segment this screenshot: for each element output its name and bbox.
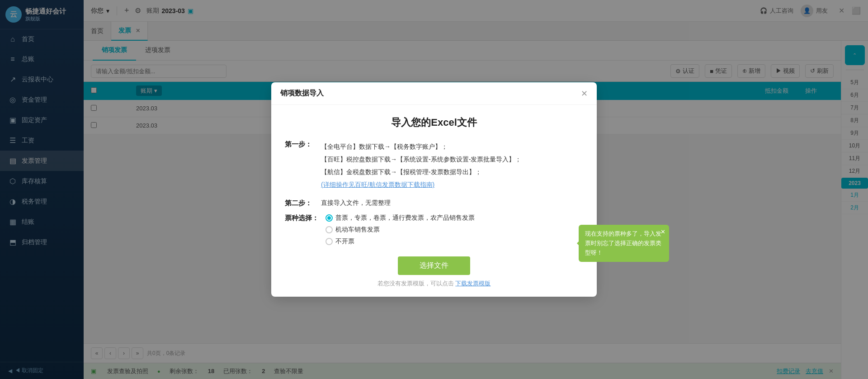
ticket-option-normal[interactable]: 普票，专票，卷票，通行费发票，农产品销售发票 [326,214,475,222]
step1-content: 【全电平台】数据下载→【税务数字账户】； 【百旺】税控盘数据下载→【系统设置-系… [321,140,521,191]
modal-overlay[interactable]: 销项数据导入 ✕ 导入您的Excel文件 第一步： 【全电平台】数据下载→【税务… [0,0,868,379]
ticket-options: 普票，专票，卷票，通行费发票，农产品销售发票 机动车销售发票 不开票 [326,214,475,246]
modal-step1: 第一步： 【全电平台】数据下载→【税务数字账户】； 【百旺】税控盘数据下载→【系… [285,140,583,191]
ticket-car-label: 机动车销售发票 [335,226,380,234]
step1-link[interactable]: (详细操作见百旺/航信发票数据下载指南) [321,178,521,191]
modal-close-button[interactable]: ✕ [581,90,588,98]
tooltip-bubble: ✕ 现在支持的票种多了，导入发票时别忘了选择正确的发票类型呀！ [579,225,669,262]
modal-title: 销项数据导入 [280,89,324,98]
radio-normal[interactable] [326,214,333,222]
radio-car[interactable] [326,226,333,233]
select-file-button[interactable]: 选择文件 [398,256,470,275]
ticket-normal-label: 普票，专票，卷票，通行费发票，农产品销售发票 [335,214,475,222]
select-file-section: 选择文件 [285,256,583,275]
modal-body: 导入您的Excel文件 第一步： 【全电平台】数据下载→【税务数字账户】； 【百… [271,105,597,297]
step1-line-1: 【全电平台】数据下载→【税务数字账户】； [321,140,521,153]
modal-header: 销项数据导入 ✕ [271,82,597,105]
tooltip-close-button[interactable]: ✕ [660,227,665,237]
ticket-section: 票种选择： 普票，专票，卷票，通行费发票，农产品销售发票 机动车销售发票 [285,214,583,246]
modal-footer: 若您没有发票模版，可以点击 下载发票模版 [285,280,583,288]
step1-line-2: 【百旺】税控盘数据下载→【系统设置-系统参数设置-发票批量导入】； [321,153,521,166]
ticket-option-noinvoice[interactable]: 不开票 [326,237,475,246]
step1-guide-link[interactable]: (详细操作见百旺/航信发票数据下载指南) [321,181,434,188]
step2-label: 第二步： [285,199,316,208]
download-template-link[interactable]: 下载发票模版 [455,280,491,287]
ticket-label: 票种选择： [285,214,321,223]
tooltip-connector: ✕ 现在支持的票种多了，导入发票时别忘了选择正确的发票类型呀！ [579,225,669,262]
step1-line-3: 【航信】金税盘数据下载→【报税管理-发票数据导出】； [321,166,521,178]
footer-text: 若您没有发票模版，可以点击 [377,280,454,287]
modal-step2: 第二步： 直接导入文件，无需整理 [285,199,583,208]
ticket-option-car[interactable]: 机动车销售发票 [326,226,475,234]
modal-main-title: 导入您的Excel文件 [285,116,583,129]
ticket-noinvoice-label: 不开票 [335,237,354,246]
tooltip-text: 现在支持的票种多了，导入发票时别忘了选择正确的发票类型呀！ [585,230,661,256]
radio-noinvoice[interactable] [326,238,333,245]
step2-content: 直接导入文件，无需整理 [321,199,391,207]
import-modal: 销项数据导入 ✕ 导入您的Excel文件 第一步： 【全电平台】数据下载→【税务… [271,82,597,297]
step1-label: 第一步： [285,140,316,149]
